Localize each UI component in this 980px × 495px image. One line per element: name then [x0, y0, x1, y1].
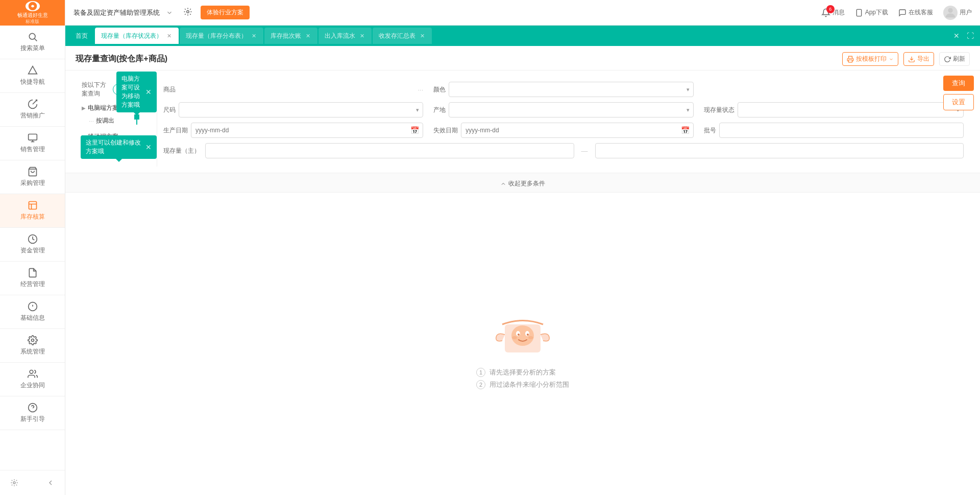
origin-select-wrapper	[449, 102, 693, 117]
prod-date-wrapper: 📅	[191, 123, 423, 138]
export-btn[interactable]: 导出	[903, 52, 934, 66]
system-title: 装备及固定资产辅助管理系统	[74, 8, 160, 17]
reset-btn[interactable]: 设置	[943, 94, 974, 110]
system-dropdown[interactable]	[166, 9, 173, 16]
tab-batch-account[interactable]: 库存批次账 ✕	[264, 28, 317, 44]
collapse-filter-btn[interactable]: 收起更多条件	[494, 177, 551, 190]
expiry-date-icon[interactable]: 📅	[681, 126, 690, 134]
expiry-date-field: 失效日期 📅	[433, 123, 693, 138]
expiry-date-label: 失效日期	[433, 126, 458, 135]
batch-field: 批号	[704, 123, 964, 138]
sidebar-item-info[interactable]: 基础信息	[0, 295, 65, 329]
collapse-sidebar-btn[interactable]	[41, 476, 60, 490]
header-right: 6 消息 App下载 在线客服 用户	[821, 6, 972, 20]
page-actions: 按模板打印 导出 刷新	[842, 52, 970, 66]
tab-bar: 首页 现存量（库存状况表） ✕ 现存量（库存分布表） ✕ 库存批次账 ✕ 出入库…	[65, 26, 980, 46]
plan-child-label: 按调出	[96, 116, 114, 125]
svg-point-25	[511, 325, 534, 346]
size-select[interactable]	[179, 102, 423, 117]
modify-tooltip: 这里可以创建和修改方案哦 ✕	[81, 135, 157, 159]
message-count: 6	[826, 5, 835, 13]
svg-rect-22	[849, 60, 852, 62]
color-label: 颜色	[433, 85, 446, 94]
tab-close-summary[interactable]: ✕	[419, 32, 426, 39]
tab-close-all-btn[interactable]: ✕	[951, 30, 962, 42]
color-select[interactable]	[449, 82, 693, 97]
sidebar-item-system[interactable]: 系统管理	[0, 329, 65, 363]
goods-dots[interactable]: ···	[418, 86, 423, 93]
stock-status-select-wrapper	[738, 102, 964, 117]
svg-point-31	[528, 336, 533, 339]
sidebar-item-guide[interactable]: 新手引导	[0, 396, 65, 430]
sidebar-item-inventory[interactable]: 库存核算	[0, 194, 65, 228]
refresh-btn[interactable]: 刷新	[939, 52, 970, 66]
goods-label: 商品	[163, 85, 176, 94]
collapse-filter-bar: 收起更多条件	[65, 173, 980, 193]
tab-close-inventory-dist[interactable]: ✕	[250, 32, 257, 39]
svg-rect-4	[28, 134, 37, 140]
expiry-date-wrapper: 📅	[461, 123, 693, 138]
plan-tooltip: 电脑方案可设为移动方案哦 ✕	[116, 72, 157, 112]
app-download-btn[interactable]: App下载	[855, 8, 888, 17]
origin-label: 产地	[433, 106, 446, 114]
tip-number-2: 2	[476, 380, 485, 389]
settings-footer-btn[interactable]	[5, 476, 23, 490]
origin-select[interactable]	[449, 102, 693, 117]
tab-inout-flow[interactable]: 出入库流水 ✕	[318, 28, 372, 44]
stock-main-input[interactable]	[205, 143, 574, 158]
sidebar-item-operation[interactable]: 经营管理	[0, 262, 65, 295]
tab-home[interactable]: 首页	[69, 29, 94, 43]
tooltip-connector-dot	[134, 114, 139, 120]
tab-summary[interactable]: 收发存汇总表 ✕	[373, 28, 432, 44]
goods-field: 商品 ···	[163, 82, 423, 97]
stock-status-label: 现存量状态	[704, 106, 734, 114]
tab-fullscreen-btn[interactable]: ⛶	[965, 30, 976, 42]
prod-date-input[interactable]	[191, 123, 423, 138]
tab-inventory-status[interactable]: 现存量（库存状况表） ✕	[95, 28, 179, 44]
plan-tooltip-close[interactable]: ✕	[145, 88, 152, 96]
sidebar-item-marketing[interactable]: 营销推广	[0, 93, 65, 127]
header-settings-icon[interactable]	[183, 7, 192, 18]
query-btn[interactable]: 查询	[943, 76, 974, 91]
tab-close-batch[interactable]: ✕	[304, 32, 311, 39]
prod-date-icon[interactable]: 📅	[410, 126, 419, 134]
sidebar-item-sales[interactable]: 销售管理	[0, 127, 65, 160]
svg-point-28	[518, 334, 520, 336]
filter-area: 按以下方案查询 + ↺ ← ▶ 电脑端方案 ···	[65, 70, 980, 173]
online-support-btn[interactable]: 在线客服	[898, 8, 933, 17]
experience-btn[interactable]: 体验行业方案	[201, 6, 250, 19]
prod-date-field: 生产日期 📅	[163, 123, 423, 138]
notification-badge: 6	[821, 8, 830, 17]
tab-close-flow[interactable]: ✕	[358, 32, 365, 39]
stock-main-input-end[interactable]	[595, 143, 964, 158]
filter-row-2: 尺码 产地 现存量状态	[163, 102, 964, 117]
filter-label: 按以下方案查询	[82, 81, 110, 98]
empty-illustration	[492, 299, 553, 362]
tooltip-connector-line	[136, 120, 137, 125]
sidebar-nav: 搜索菜单 快捷导航 营销推广 销售管理 采购管理 库存核算 资金管理 经营管理	[0, 26, 65, 470]
expiry-date-input[interactable]	[461, 123, 693, 138]
plan-child-item[interactable]: ··· 按调出	[89, 115, 151, 127]
print-btn[interactable]: 按模板打印	[842, 52, 898, 66]
stock-status-select[interactable]	[738, 102, 964, 117]
filter-row-3: 生产日期 📅 失效日期 📅	[163, 123, 964, 138]
svg-point-17	[13, 482, 15, 484]
tab-inventory-dist[interactable]: 现存量（库存分布表） ✕	[180, 28, 263, 44]
messages-btn[interactable]: 6 消息	[821, 8, 845, 17]
sidebar-item-search[interactable]: 搜索菜单	[0, 26, 65, 59]
modify-tooltip-close[interactable]: ✕	[145, 143, 152, 151]
sidebar-item-cooperation[interactable]: 企业协同	[0, 363, 65, 396]
batch-input[interactable]	[719, 123, 964, 138]
user-menu[interactable]: 用户	[943, 6, 972, 20]
sidebar-item-navigation[interactable]: 快捷导航	[0, 59, 65, 93]
color-select-wrapper	[449, 82, 693, 97]
sidebar-item-finance[interactable]: 资金管理	[0, 228, 65, 262]
plan-tooltip-container: 电脑方案可设为移动方案哦 ✕	[116, 72, 157, 112]
query-actions: 查询 设置	[943, 76, 974, 110]
tip-number-1: 1	[476, 368, 485, 377]
svg-point-21	[948, 8, 952, 12]
tab-close-inventory-status[interactable]: ✕	[165, 32, 173, 39]
empty-state: 1 请先选择要分析的方案 2 用过滤条件来缩小分析范围	[65, 193, 980, 495]
sidebar: 畅通逍好生意 标准版 搜索菜单 快捷导航 营销推广 销售管理 采购管理 库存核算	[0, 0, 65, 495]
sidebar-item-purchase[interactable]: 采购管理	[0, 160, 65, 194]
